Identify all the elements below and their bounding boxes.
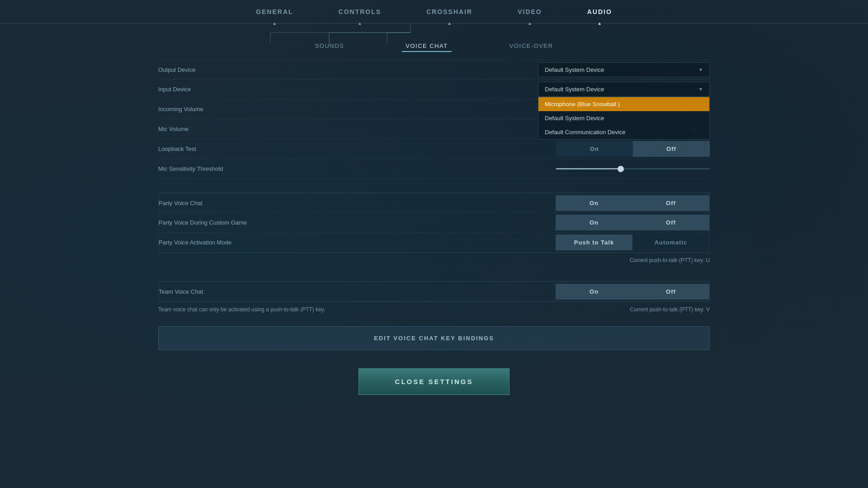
loopback-label: Loopback Test <box>158 141 556 157</box>
output-device-label: Output Device <box>158 62 538 78</box>
tab-controls[interactable]: CONTROLS <box>334 0 386 23</box>
input-device-dropdown-arrow: ▼ <box>698 87 703 92</box>
input-device-dropdown[interactable]: Default System Device ▼ <box>538 82 710 97</box>
team-voice-chat-label: Team Voice Chat <box>159 284 556 300</box>
tab-video-label: VIDEO <box>518 8 542 15</box>
loopback-on-button[interactable]: On <box>556 141 633 157</box>
party-voice-custom-control: On Off <box>556 215 709 230</box>
dropdown-option-default-system-label: Default System Device <box>545 115 604 122</box>
team-voice-info-right: Current push-to-talk (PTT) key: V <box>630 305 710 314</box>
mic-volume-label: Mic Volume <box>158 121 556 137</box>
party-voice-mode-row: Party Voice Activation Mode Push to Talk… <box>159 233 709 253</box>
team-voice-chat-control: On Off <box>556 284 709 300</box>
dropdown-option-default-comm-label: Default Communication Device <box>545 129 625 136</box>
tab-voice-chat[interactable]: VOICE CHAT <box>402 41 452 52</box>
party-voice-custom-label: Party Voice During Custom Game <box>159 215 556 230</box>
tab-general-label: GENERAL <box>256 8 293 15</box>
input-device-dropdown-menu: Microphone (Blue Snowball ) Default Syst… <box>538 97 710 140</box>
tab-video[interactable]: VIDEO <box>513 0 547 23</box>
party-voice-mode-label: Party Voice Activation Mode <box>159 235 556 250</box>
party-voice-chat-control: On Off <box>556 195 709 211</box>
party-voice-section: Party Voice Chat On Off Party Voice Duri… <box>158 192 710 253</box>
party-voice-chat-row: Party Voice Chat On Off <box>159 193 709 213</box>
input-device-label: Input Device <box>158 81 538 97</box>
party-ptt-info-row: Current push-to-talk (PTT) key: U <box>158 253 710 267</box>
mic-sensitivity-thumb[interactable] <box>618 166 624 172</box>
tab-sounds-label: SOUNDS <box>315 42 344 49</box>
close-settings-button[interactable]: CLOSE SETTINGS <box>359 368 510 395</box>
dropdown-option-snowball-label: Microphone (Blue Snowball ) <box>545 101 620 108</box>
tab-controls-label: CONTROLS <box>339 8 382 15</box>
incoming-volume-label: Incoming Volume <box>158 101 556 117</box>
party-voice-mode-toggle: Push to Talk Automatic <box>556 235 709 250</box>
tab-crosshair[interactable]: CROSSHAIR <box>422 0 477 23</box>
input-device-row: Input Device Default System Device ▼ Mic… <box>158 80 710 99</box>
team-voice-section: Team Voice Chat On Off <box>158 281 710 302</box>
party-ptt-info: Current push-to-talk (PTT) key: U <box>630 255 710 265</box>
party-voice-off-button[interactable]: Off <box>632 195 709 211</box>
team-voice-info-row: Team voice chat can only be activated us… <box>158 302 710 317</box>
mic-sensitivity-fill <box>556 168 621 169</box>
loopback-control: On Off <box>556 141 710 157</box>
team-voice-on-button[interactable]: On <box>556 284 632 300</box>
dropdown-option-default-comm[interactable]: Default Communication Device <box>538 125 709 139</box>
output-device-dropdown-arrow: ▼ <box>698 67 703 72</box>
tab-sounds[interactable]: SOUNDS <box>311 41 348 52</box>
loopback-off-button[interactable]: Off <box>633 141 710 157</box>
team-voice-off-button[interactable]: Off <box>632 284 709 300</box>
tab-voice-over-label: VOICE-OVER <box>509 42 553 49</box>
tab-voice-over[interactable]: VOICE-OVER <box>506 41 557 52</box>
party-voice-push-button[interactable]: Push to Talk <box>556 235 632 250</box>
mic-sensitivity-label: Mic Sensitivity Threshold <box>158 161 556 177</box>
party-voice-custom-toggle-group: On Off <box>556 215 709 230</box>
dropdown-option-snowball[interactable]: Microphone (Blue Snowball ) <box>538 97 709 111</box>
sub-nav-area: SOUNDS VOICE CHAT VOICE-OVER <box>0 23 868 60</box>
party-voice-mode-control: Push to Talk Automatic <box>556 235 709 250</box>
input-device-control: Default System Device ▼ Microphone (Blue… <box>538 82 710 97</box>
close-settings-container: CLOSE SETTINGS <box>158 368 710 395</box>
team-voice-toggle-group: On Off <box>556 284 709 300</box>
section-gap-2 <box>158 267 710 281</box>
main-content: Output Device Default System Device ▼ In… <box>0 60 868 395</box>
output-device-control: Default System Device ▼ <box>538 62 710 77</box>
team-voice-chat-row: Team Voice Chat On Off <box>159 282 709 301</box>
party-voice-toggle-group: On Off <box>556 195 709 211</box>
tab-crosshair-label: CROSSHAIR <box>426 8 472 15</box>
tab-audio[interactable]: AUDIO <box>583 0 617 23</box>
section-gap-1 <box>158 179 710 192</box>
party-voice-on-button[interactable]: On <box>556 195 632 211</box>
tab-general[interactable]: GENERAL <box>251 0 297 23</box>
output-device-row: Output Device Default System Device ▼ <box>158 60 710 80</box>
party-voice-auto-button[interactable]: Automatic <box>632 235 709 250</box>
party-voice-chat-label: Party Voice Chat <box>159 195 556 211</box>
mic-sensitivity-control <box>556 164 710 174</box>
dropdown-option-default-system[interactable]: Default System Device <box>538 111 709 125</box>
team-voice-info-left: Team voice chat can only be activated us… <box>158 305 325 314</box>
edit-voice-chat-button[interactable]: EDIT VOICE CHAT KEY BINDINGS <box>158 326 710 350</box>
party-voice-custom-row: Party Voice During Custom Game On Off <box>159 213 709 233</box>
mic-sensitivity-slider[interactable] <box>556 164 710 174</box>
output-device-value: Default System Device <box>545 66 604 73</box>
loopback-row: Loopback Test On Off <box>158 139 710 159</box>
top-navigation: GENERAL CONTROLS CROSSHAIR VIDEO AUDIO <box>0 0 868 23</box>
sub-navigation: SOUNDS VOICE CHAT VOICE-OVER <box>0 23 868 56</box>
loopback-toggle-group: On Off <box>556 141 710 157</box>
output-device-dropdown[interactable]: Default System Device ▼ <box>538 62 710 77</box>
input-device-value: Default System Device <box>545 86 604 93</box>
mic-sensitivity-row: Mic Sensitivity Threshold <box>158 159 710 179</box>
mic-sensitivity-track <box>556 168 710 169</box>
party-voice-custom-on-button[interactable]: On <box>556 215 632 230</box>
tab-voice-chat-label: VOICE CHAT <box>406 42 448 49</box>
tab-audio-label: AUDIO <box>587 8 612 15</box>
party-voice-custom-off-button[interactable]: Off <box>632 215 709 230</box>
